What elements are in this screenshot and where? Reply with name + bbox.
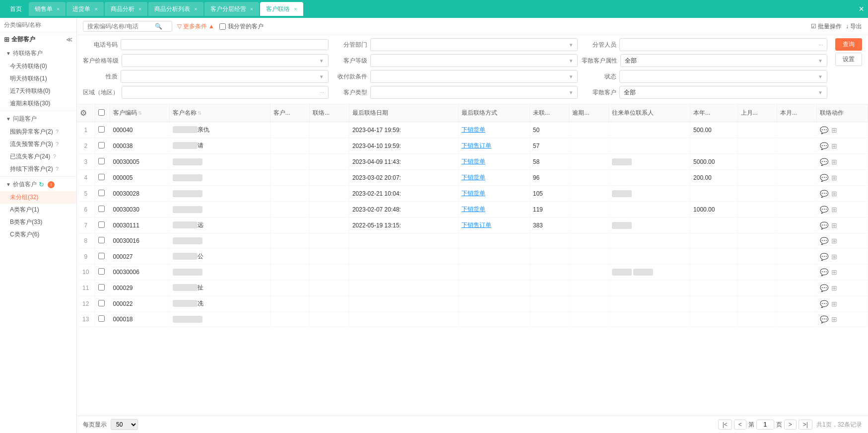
filter-manager-select[interactable]: ··· <box>619 38 827 51</box>
grid-icon[interactable]: ⊞ <box>831 268 837 276</box>
sidebar-search-box[interactable]: 🔍 <box>0 18 76 32</box>
contact-method-link[interactable]: 下销货单 <box>462 174 485 181</box>
row-select-checkbox[interactable] <box>98 315 105 322</box>
close-icon[interactable]: × <box>138 6 141 12</box>
last-page-btn[interactable]: >| <box>799 420 812 430</box>
row-select-checkbox[interactable] <box>98 190 105 196</box>
chat-icon[interactable]: 💬 <box>820 206 828 214</box>
sidebar-item-7days[interactable]: 近7天待联络(0) <box>0 85 76 97</box>
first-page-btn[interactable]: |< <box>718 420 732 430</box>
sidebar-item-churn-warning[interactable]: 流失预警客户(3) ? <box>0 138 76 150</box>
chat-icon[interactable]: 💬 <box>820 268 828 276</box>
sidebar-item-churned[interactable]: 已流失客户(24) ? <box>0 150 76 163</box>
more-conditions-btn[interactable]: ▽ 更多条件 ▲ <box>177 22 214 31</box>
sort-icon[interactable]: ⇅ <box>198 110 201 116</box>
chat-icon[interactable]: 💬 <box>820 315 828 323</box>
row-checkbox[interactable] <box>95 122 110 138</box>
tab-customer-tier[interactable]: 客户分层经营 × <box>204 2 259 16</box>
chat-icon[interactable]: 💬 <box>820 142 828 150</box>
row-select-checkbox[interactable] <box>98 158 105 164</box>
filter-retail-select[interactable]: 全部 ▼ <box>620 54 827 67</box>
row-select-checkbox[interactable] <box>98 237 105 243</box>
row-select-checkbox[interactable] <box>98 253 105 259</box>
more-icon[interactable]: ··· <box>320 90 324 95</box>
row-checkbox[interactable] <box>95 138 110 154</box>
grid-icon[interactable]: ⊞ <box>831 300 837 308</box>
grid-icon[interactable]: ⊞ <box>831 174 837 182</box>
row-checkbox[interactable] <box>95 170 110 186</box>
prev-page-btn[interactable]: < <box>734 420 746 430</box>
search-box[interactable]: 🔍 <box>83 21 172 32</box>
contact-method-link[interactable]: 下销售订单 <box>462 142 491 149</box>
row-select-checkbox[interactable] <box>98 221 105 228</box>
contact-method-link[interactable]: 下销货单 <box>462 126 485 133</box>
chat-icon[interactable]: 💬 <box>820 190 828 198</box>
sidebar-item-unclassified[interactable]: 未分组(32) <box>0 191 76 204</box>
grid-icon[interactable]: ⊞ <box>831 158 837 166</box>
grid-icon[interactable]: ⊞ <box>831 315 837 323</box>
chat-icon[interactable]: 💬 <box>820 174 828 182</box>
row-select-checkbox[interactable] <box>98 174 105 180</box>
chat-icon[interactable]: 💬 <box>820 158 828 166</box>
filter-level-select[interactable]: ▼ <box>370 54 578 67</box>
all-customers-header[interactable]: ⊞ 全部客户 ≪ <box>0 32 76 47</box>
filter-retail2-select[interactable]: 全部 ▼ <box>619 86 827 99</box>
search-icon[interactable]: 🔍 <box>155 23 162 30</box>
export-btn[interactable]: ↓ 导出 <box>846 22 862 31</box>
my-customers-check[interactable] <box>219 23 226 30</box>
page-number-input[interactable] <box>756 420 774 430</box>
pending-contact-group[interactable]: ▼ 待联络客户 <box>0 47 76 60</box>
row-select-checkbox[interactable] <box>98 142 105 148</box>
tab-product-analysis-list[interactable]: 商品分析列表 × <box>148 2 203 16</box>
row-checkbox[interactable] <box>95 249 110 265</box>
problem-customers-group[interactable]: ▼ 问题客户 <box>0 112 76 126</box>
value-customers-group[interactable]: ▼ 价值客户 ↻ ! <box>0 178 76 191</box>
close-window-icon[interactable]: × <box>859 4 864 14</box>
filter-dept-select[interactable]: ▼ <box>370 38 578 51</box>
close-icon[interactable]: × <box>250 6 253 12</box>
chat-icon[interactable]: 💬 <box>820 253 828 261</box>
grid-icon[interactable]: ⊞ <box>831 237 837 245</box>
sidebar-item-tomorrow[interactable]: 明天待联络(1) <box>0 72 76 85</box>
row-checkbox[interactable] <box>95 233 110 249</box>
chat-icon[interactable]: 💬 <box>820 284 828 292</box>
chat-icon[interactable]: 💬 <box>820 221 828 229</box>
chat-icon[interactable]: 💬 <box>820 237 828 245</box>
select-all-checkbox[interactable] <box>98 109 105 116</box>
next-page-btn[interactable]: > <box>784 420 797 430</box>
grid-icon[interactable]: ⊞ <box>831 142 837 150</box>
filter-phone-input[interactable] <box>121 39 329 50</box>
tab-home[interactable]: 首页 <box>4 2 28 16</box>
settings-button[interactable]: ⚙ <box>80 108 87 118</box>
sidebar-item-class-b[interactable]: B类客户(33) <box>0 216 76 228</box>
grid-icon[interactable]: ⊞ <box>831 284 837 292</box>
sidebar-item-abnormal[interactable]: 囤购异常客户(2) ? <box>0 126 76 138</box>
chat-icon[interactable]: 💬 <box>820 126 828 134</box>
filter-status-select[interactable]: ▼ <box>619 70 827 83</box>
sidebar-item-overdue[interactable]: 逾期未联络(30) <box>0 97 76 110</box>
row-checkbox[interactable] <box>95 265 110 280</box>
filter-type-select[interactable]: ▼ <box>370 86 578 99</box>
filter-region-select[interactable]: ··· <box>122 86 329 99</box>
grid-icon[interactable]: ⊞ <box>831 126 837 134</box>
sidebar-search-input[interactable] <box>4 21 77 28</box>
close-icon[interactable]: × <box>194 6 197 12</box>
close-icon[interactable]: × <box>94 6 97 12</box>
grid-icon[interactable]: ⊞ <box>831 253 837 261</box>
filter-price-select[interactable]: ▼ <box>122 54 329 67</box>
contact-method-link[interactable]: 下销货单 <box>462 190 485 197</box>
close-icon[interactable]: × <box>294 6 297 12</box>
row-checkbox[interactable] <box>95 202 110 217</box>
tab-customer-contact[interactable]: 客户联络 × <box>260 2 303 16</box>
sidebar-item-class-c[interactable]: C类客户(6) <box>0 228 76 241</box>
tab-product-analysis[interactable]: 商品分析 × <box>105 2 147 16</box>
sidebar-item-declining[interactable]: 持续下滑客户(2) ? <box>0 163 76 175</box>
collapse-icon[interactable]: ≪ <box>66 36 72 43</box>
close-icon[interactable]: × <box>57 6 60 12</box>
row-select-checkbox[interactable] <box>98 300 105 306</box>
row-checkbox[interactable] <box>95 312 110 327</box>
chat-icon[interactable]: 💬 <box>820 300 828 308</box>
row-select-checkbox[interactable] <box>98 126 105 133</box>
more-icon[interactable]: ··· <box>819 42 823 48</box>
tab-purchase[interactable]: 进货单 × <box>67 2 103 16</box>
